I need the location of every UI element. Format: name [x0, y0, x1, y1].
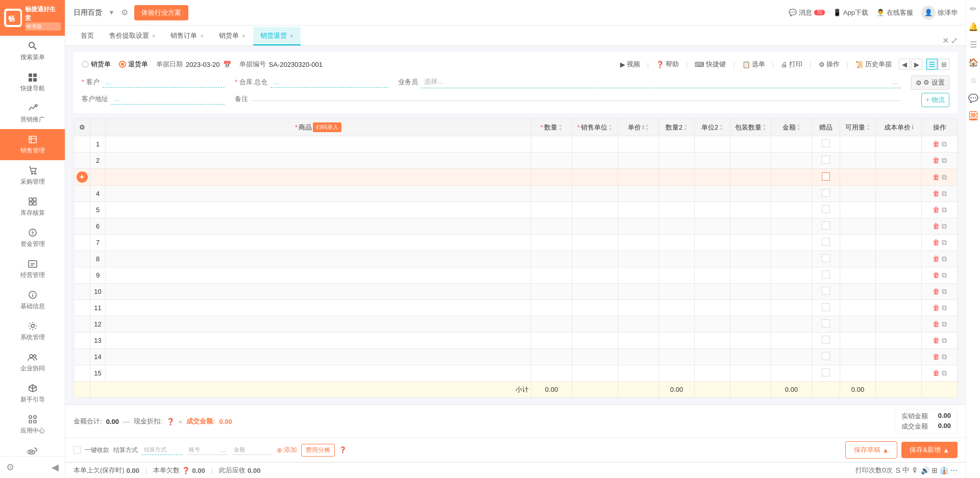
- select-btn[interactable]: 📋 选单: [739, 58, 768, 70]
- tab-sales-return[interactable]: 销货退货 ×: [253, 27, 300, 45]
- radio-sales[interactable]: 销货单: [82, 60, 111, 69]
- price-tip-icon[interactable]: ℹ: [642, 124, 644, 131]
- tab-price-setting[interactable]: 售价提取设置 ×: [102, 27, 162, 45]
- tab-close-sales-return[interactable]: ×: [290, 33, 293, 39]
- next-btn[interactable]: ▶: [911, 59, 922, 70]
- right-icon-edit[interactable]: ✏: [970, 4, 976, 14]
- sidebar-item-finance[interactable]: 资金管理: [0, 222, 65, 254]
- gift-cb-12[interactable]: [822, 319, 830, 328]
- settings-btn[interactable]: ⚙ ⚙ 设置: [911, 76, 949, 90]
- mic-icon[interactable]: 🎙: [912, 466, 919, 474]
- calendar-icon[interactable]: 📅: [223, 61, 231, 68]
- price-cell-1[interactable]: [618, 136, 659, 153]
- copy-btn-13[interactable]: ⧉: [942, 336, 947, 344]
- fee-info-icon[interactable]: ❓: [339, 446, 347, 454]
- onepay-checkbox[interactable]: [74, 446, 81, 454]
- del-btn-11[interactable]: 🗑: [933, 304, 940, 312]
- gift-checkbox-2[interactable]: [822, 156, 830, 164]
- sidebar-item-inventory[interactable]: 库存核算: [0, 191, 65, 222]
- grid-view-btn[interactable]: ⊞: [938, 59, 949, 70]
- gift-cb-5[interactable]: [822, 205, 830, 213]
- experience-btn[interactable]: 体验行业方案: [134, 5, 188, 20]
- copy-btn-7[interactable]: ⧉: [942, 238, 947, 246]
- copy-btn-5[interactable]: ⧉: [942, 206, 947, 214]
- app-download-btn[interactable]: 📱 App下载: [833, 8, 868, 17]
- operate-btn[interactable]: ⚙ 操作: [816, 58, 843, 70]
- gift-cb-4[interactable]: [822, 189, 830, 197]
- radio-return[interactable]: 退货单: [119, 60, 148, 69]
- gift-cb-10[interactable]: [822, 287, 830, 295]
- add-row-btn[interactable]: +: [77, 171, 88, 183]
- del-btn-14[interactable]: 🗑: [933, 353, 940, 361]
- th-gear[interactable]: ⚙: [74, 119, 90, 136]
- amount-input[interactable]: 金额: [232, 445, 273, 455]
- sidebar-item-sales[interactable]: 销售管理: [0, 129, 65, 160]
- topbar-dropdown-icon[interactable]: ▼: [108, 9, 115, 16]
- history-btn[interactable]: 📜 历史单据: [852, 58, 895, 70]
- gift-cb-6[interactable]: [822, 221, 830, 230]
- del-btn-12[interactable]: 🗑: [933, 320, 940, 328]
- right-icon-home[interactable]: 🏠: [968, 58, 978, 67]
- tab-home[interactable]: 首页: [74, 27, 101, 45]
- sidebar-item-apps[interactable]: 应用中心: [0, 409, 65, 440]
- sidebar-item-wechat[interactable]: 企业微信: [0, 440, 65, 456]
- copy-btn-3[interactable]: ⧉: [942, 173, 947, 181]
- gift-cell-1[interactable]: [812, 136, 840, 153]
- del-btn-6[interactable]: 🗑: [933, 222, 940, 230]
- copy-btn-1[interactable]: ⧉: [942, 140, 947, 148]
- del-btn-15[interactable]: 🗑: [933, 369, 940, 377]
- unit-cell-1[interactable]: [572, 136, 618, 153]
- list-view-btn[interactable]: ☰: [926, 59, 938, 70]
- tab-close-price[interactable]: ×: [152, 33, 155, 39]
- del-btn-9[interactable]: 🗑: [933, 271, 940, 279]
- right-icon-image[interactable]: 🖼: [969, 111, 977, 120]
- collapse-icon[interactable]: ◀: [52, 462, 59, 473]
- del-btn-13[interactable]: 🗑: [933, 336, 940, 344]
- add-btn[interactable]: ⊕ 添加: [277, 445, 297, 455]
- gift-cb-13[interactable]: [822, 336, 830, 344]
- gift-cb-14[interactable]: [822, 352, 830, 360]
- copy-btn-9[interactable]: ⧉: [942, 271, 947, 279]
- scan-btn[interactable]: 扫码录入: [313, 122, 341, 132]
- del-btn-10[interactable]: 🗑: [933, 287, 940, 295]
- staff-input[interactable]: 选择... ...: [421, 76, 901, 88]
- right-icon-star[interactable]: ☆: [970, 76, 977, 85]
- gift-cb-15[interactable]: [822, 368, 830, 376]
- copy-btn-12[interactable]: ⧉: [942, 320, 947, 328]
- pack-cell-1[interactable]: [730, 136, 771, 153]
- sidebar-item-purchase[interactable]: 采购管理: [0, 160, 65, 191]
- note-input[interactable]: [251, 97, 901, 101]
- del-btn-7[interactable]: 🗑: [933, 238, 940, 246]
- sidebar-item-operation[interactable]: 经营管理: [0, 254, 65, 285]
- message-btn[interactable]: 💬 消息 70: [789, 8, 825, 17]
- shirt-icon[interactable]: 👔: [940, 466, 948, 474]
- save-draft-btn[interactable]: 保存草稿 ▲: [845, 441, 898, 459]
- customer-input[interactable]: ...: [103, 77, 225, 88]
- product-cell-1[interactable]: [106, 136, 531, 153]
- right-icon-chat[interactable]: 💬: [968, 93, 978, 103]
- sidebar-item-search[interactable]: 搜索菜单: [0, 36, 65, 67]
- del-btn-5[interactable]: 🗑: [933, 206, 940, 214]
- sidebar-item-collab[interactable]: 企业协同: [0, 347, 65, 378]
- question-icon[interactable]: ❓: [166, 418, 175, 425]
- del-btn-4[interactable]: 🗑: [933, 189, 940, 197]
- date-value[interactable]: 2023-03-20: [186, 61, 220, 68]
- topbar-gear[interactable]: ⚙: [121, 8, 128, 17]
- copy-btn-8[interactable]: ⧉: [942, 255, 947, 263]
- gift-cb-7[interactable]: [822, 238, 830, 246]
- sidebar-item-nav[interactable]: 快捷导航: [0, 67, 65, 98]
- available-cell-1[interactable]: [840, 136, 876, 153]
- warehouse-input[interactable]: ...: [271, 77, 388, 88]
- del-btn-3[interactable]: 🗑: [933, 173, 940, 181]
- vol-icon[interactable]: 🔊: [921, 466, 929, 474]
- account-select[interactable]: 结算方式: [142, 445, 183, 455]
- cost-cell-1[interactable]: [876, 136, 922, 153]
- tab-close-sales-order[interactable]: ×: [200, 33, 203, 39]
- online-service-btn[interactable]: 👨‍💼 在线客服: [876, 8, 913, 17]
- copy-btn-2[interactable]: ⧉: [942, 156, 947, 164]
- sidebar-item-system[interactable]: 系统管理: [0, 316, 65, 347]
- unit2-cell-1[interactable]: [695, 136, 730, 153]
- qty2-cell-1[interactable]: [659, 136, 695, 153]
- video-btn[interactable]: ▶ 视频: [617, 58, 643, 70]
- copy-btn-11[interactable]: ⧉: [942, 304, 947, 312]
